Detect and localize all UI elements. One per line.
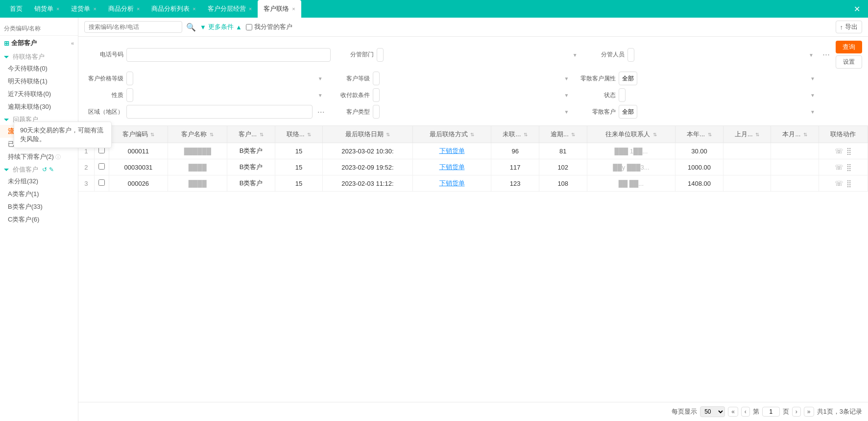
filter-action-buttons: 查询 设置 <box>836 41 862 69</box>
column-customer-type[interactable]: 客户... ⇅ <box>227 126 275 143</box>
edit-icon-value[interactable]: ✎ <box>49 166 54 173</box>
row-last-contact-type[interactable]: 下销货单 <box>412 159 491 175</box>
page-number-input[interactable] <box>762 407 780 417</box>
manager-more-button[interactable]: ··· <box>820 50 832 60</box>
next-page-button[interactable]: › <box>792 407 801 417</box>
tab-customer-contact[interactable]: 客户联络 × <box>258 0 301 18</box>
row-checkbox[interactable] <box>98 163 105 170</box>
tab-sales[interactable]: 销货单 × <box>28 0 65 18</box>
tab-purchase[interactable]: 进货单 × <box>65 0 102 18</box>
phone-label: 电话号码 <box>84 50 123 59</box>
all-customers-item[interactable]: ⊞ 全部客户 « <box>0 36 78 50</box>
customer-level-select[interactable] <box>373 72 380 85</box>
status-select[interactable] <box>619 88 626 102</box>
tab-customer-tiering[interactable]: 客户分层经营 × <box>202 0 258 18</box>
row-no-contact-days: 117 <box>491 159 539 175</box>
sidebar-item-tomorrow-contact[interactable]: 明天待联络(1) <box>0 75 78 88</box>
close-contact-tab[interactable]: × <box>292 6 295 12</box>
region-more-button[interactable]: ··· <box>315 107 327 117</box>
query-button[interactable]: 查询 <box>836 41 862 53</box>
row-code: 000026 <box>109 175 168 192</box>
problem-customer-tooltip: 90天未交易的客户，可能有流失风险。 <box>14 122 78 148</box>
retail-customer-select[interactable]: 全部 <box>619 105 637 119</box>
filter-search-button[interactable]: 🔍 <box>186 23 196 32</box>
sidebar-search-area: 🔍 <box>0 22 78 36</box>
tab-product-analysis-list[interactable]: 商品分析列表 × <box>145 0 201 18</box>
sidebar-item-declining[interactable]: 持续下滑客户(2) ⓘ <box>0 150 78 163</box>
export-button[interactable]: ↑ 导出 <box>836 21 863 33</box>
filter-search-input[interactable] <box>84 21 182 33</box>
more-conditions-toggle[interactable]: ▼ 更多条件 ▲ <box>200 23 242 31</box>
manager-select[interactable] <box>627 48 634 62</box>
column-customer-code[interactable]: 客户编码 ⇅ <box>109 126 168 143</box>
row-contact-icon[interactable]: ☏ <box>835 147 844 155</box>
close-sales-tab[interactable]: × <box>56 6 59 12</box>
region-input[interactable] <box>126 105 313 119</box>
column-contact-person[interactable]: 往来单位联系人 ⇅ <box>587 126 675 143</box>
row-more-actions-icon[interactable]: ⣿ <box>846 163 851 171</box>
retail-attr-select[interactable]: 全部 <box>619 72 637 85</box>
payment-select[interactable] <box>373 88 380 102</box>
column-last-contact-type[interactable]: 最后联络方式 ⇅ <box>412 126 491 143</box>
status-chevron-icon: ▼ <box>810 93 815 98</box>
phone-input[interactable] <box>126 48 331 62</box>
row-num: 3 <box>78 175 94 192</box>
filter-price-level: 客户价格等级 ▼ <box>84 72 327 85</box>
close-product-list-tab[interactable]: × <box>193 6 195 12</box>
row-last-contact-type[interactable]: 下销货单 <box>412 143 491 159</box>
column-last-contact-date[interactable]: 最后联络日期 ⇅ <box>323 126 412 143</box>
row-contact-icon[interactable]: ☏ <box>835 163 844 171</box>
prev-page-button[interactable]: ‹ <box>741 407 750 417</box>
sidebar-item-class-c[interactable]: C类客户(6) <box>0 213 78 226</box>
sidebar-item-overdue-contact[interactable]: 逾期未联络(30) <box>0 100 78 113</box>
setting-button[interactable]: 设置 <box>836 55 862 69</box>
group-value-customers[interactable]: 价值客户 ↺ ✎ <box>0 163 78 175</box>
sidebar-item-ungrouped[interactable]: 未分组(32) <box>0 175 78 188</box>
close-product-analysis-tab[interactable]: × <box>137 6 140 12</box>
my-customers-checkbox-label[interactable]: 我分管的客户 <box>246 23 292 31</box>
my-customers-checkbox[interactable] <box>246 24 252 30</box>
customer-table: ⚙ 客户编码 ⇅ 客户名称 ⇅ <box>78 126 868 192</box>
column-this-month[interactable]: 本月... ⇅ <box>771 126 819 143</box>
row-more-actions-icon[interactable]: ⣿ <box>846 179 851 187</box>
first-page-button[interactable]: « <box>728 407 738 417</box>
column-overdue-days[interactable]: 逾期... ⇅ <box>539 126 587 143</box>
sidebar-search-input[interactable] <box>4 25 77 32</box>
column-this-year[interactable]: 本年... ⇅ <box>675 126 723 143</box>
table-row: 2 00030031 ████ B类客户 15 2023-02-09 19:52… <box>78 159 868 175</box>
page-size-select[interactable]: 50 100 <box>700 406 725 417</box>
close-tiering-tab[interactable]: × <box>249 6 252 12</box>
row-more-actions-icon[interactable]: ⣿ <box>846 147 851 155</box>
price-level-select[interactable] <box>126 72 133 85</box>
payment-chevron-icon: ▼ <box>564 93 569 98</box>
nature-select[interactable] <box>126 88 133 102</box>
row-contact-icon[interactable]: ☏ <box>835 179 844 187</box>
row-this-year: 1408.00 <box>675 175 723 192</box>
sidebar-item-7days-contact[interactable]: 近7天待联络(0) <box>0 88 78 100</box>
column-contact-days[interactable]: 联络... ⇅ <box>275 126 323 143</box>
table-header-row: ⚙ 客户编码 ⇅ 客户名称 ⇅ <box>78 126 868 143</box>
row-last-contact-type[interactable]: 下销货单 <box>412 175 491 192</box>
sidebar-item-class-a[interactable]: A类客户(1) <box>0 188 78 200</box>
row-overdue-days: 102 <box>539 159 587 175</box>
total-info: 共1页，3条记录 <box>817 407 862 416</box>
tab-home[interactable]: 首页 <box>4 0 28 18</box>
main-layout: 🔍 ⊞ 全部客户 « 待联络客户 今天待联络(0) 明天待联络(1) 近7天待联… <box>0 18 868 421</box>
customer-type-select[interactable] <box>373 105 380 119</box>
column-no-contact-days[interactable]: 未联... ⇅ <box>491 126 539 143</box>
row-overdue-days: 81 <box>539 143 587 159</box>
sidebar-item-class-b[interactable]: B类客户(33) <box>0 200 78 213</box>
group-pending-contact[interactable]: 待联络客户 <box>0 50 78 62</box>
sort-icon-name: ⇅ <box>210 132 214 137</box>
dept-select[interactable] <box>377 48 384 62</box>
column-customer-name[interactable]: 客户名称 ⇅ <box>168 126 227 143</box>
sidebar-item-today-contact[interactable]: 今天待联络(0) <box>0 62 78 75</box>
window-close-button[interactable]: ✕ <box>850 4 864 14</box>
row-checkbox[interactable] <box>98 179 105 186</box>
column-last-month[interactable]: 上月... ⇅ <box>723 126 771 143</box>
refresh-icon-value[interactable]: ↺ <box>42 166 47 173</box>
tab-product-analysis[interactable]: 商品分析 × <box>102 0 145 18</box>
close-purchase-tab[interactable]: × <box>93 6 96 12</box>
last-page-button[interactable]: » <box>804 407 814 417</box>
row-contact-person: ██ ██... <box>587 175 675 192</box>
